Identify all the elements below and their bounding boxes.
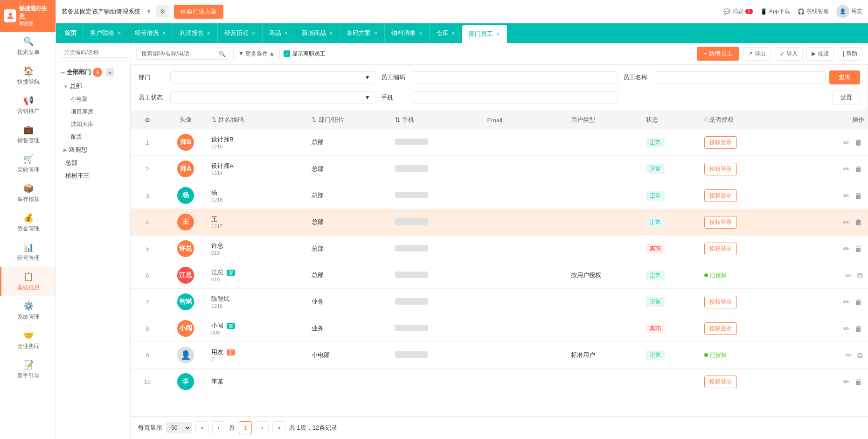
- sidebar-item-finance[interactable]: 💰 资金管理: [0, 208, 56, 237]
- sidebar-item-system[interactable]: ⚙️ 系统管理: [0, 296, 56, 326]
- sidebar-item-purchase[interactable]: 🛒 采购管理: [0, 149, 56, 179]
- delete-button[interactable]: 🗑: [853, 324, 864, 334]
- last-page-button[interactable]: »: [272, 421, 285, 434]
- tab-employees-close[interactable]: ✕: [496, 31, 500, 37]
- delete-button[interactable]: 🗑: [853, 217, 864, 227]
- export-button[interactable]: ↗ 导出: [743, 47, 771, 61]
- auth-login-button[interactable]: 授权登录: [704, 136, 737, 149]
- tab-history[interactable]: 经营历程 ✕: [218, 23, 263, 43]
- gear-button[interactable]: ⚙: [156, 5, 169, 18]
- tab-bom[interactable]: 物料清单 ✕: [385, 23, 430, 43]
- dept-shenyang[interactable]: 沈阳大库: [60, 118, 130, 131]
- auth-login-button[interactable]: 授权登录: [704, 243, 737, 255]
- dept-project[interactable]: 项目库房: [60, 105, 130, 118]
- phone-input[interactable]: [413, 91, 618, 104]
- gear-settings-icon[interactable]: ⚙: [145, 117, 150, 124]
- delete-button[interactable]: 🗑: [853, 164, 864, 174]
- tab-bom-close[interactable]: ✕: [418, 30, 423, 36]
- dept-collapse-button[interactable]: «: [106, 68, 114, 77]
- emp-name-input[interactable]: [655, 71, 826, 84]
- tab-barcode[interactable]: 条码方案 ✕: [340, 23, 385, 43]
- sidebar-item-sales[interactable]: 💼 销售管理: [0, 120, 56, 149]
- tab-barcode-close[interactable]: ✕: [374, 30, 378, 36]
- show-resigned-checkbox[interactable]: ✓ 显示离职员工: [284, 50, 326, 58]
- sidebar-item-basic[interactable]: 📋 基础信息: [0, 267, 56, 296]
- edit-button[interactable]: ✏: [841, 217, 851, 227]
- sidebar-item-marketing[interactable]: 📢 营销推广: [0, 91, 56, 120]
- dept-filter-select[interactable]: ▼: [170, 71, 375, 84]
- dept-zongbu2-header[interactable]: 总部: [60, 156, 130, 169]
- dept-zongbu-header[interactable]: ▼ 总部: [60, 80, 130, 93]
- help-button[interactable]: | 帮助: [838, 47, 862, 61]
- sidebar-item-search[interactable]: 🔍 搜索菜单: [0, 32, 56, 61]
- tab-customer[interactable]: 客户联络 ✕: [83, 23, 128, 43]
- edit-button[interactable]: ✏: [841, 244, 851, 254]
- more-conditions-button[interactable]: ▼ 更多条件 ▲: [233, 48, 280, 60]
- dept-zhishu-header[interactable]: 植树王三: [60, 169, 130, 182]
- tab-goods-close[interactable]: ✕: [284, 30, 288, 36]
- tab-warehouse-close[interactable]: ✕: [451, 30, 455, 36]
- next-page-button[interactable]: ›: [256, 421, 269, 434]
- dept-search-input[interactable]: [60, 47, 138, 58]
- emp-search-input[interactable]: [136, 48, 229, 60]
- delete-button[interactable]: 🗑: [853, 244, 864, 254]
- edit-button[interactable]: ✏: [841, 377, 851, 387]
- tab-add-goods-close[interactable]: ✕: [329, 30, 333, 36]
- copy-button[interactable]: ⧉: [855, 350, 864, 360]
- tab-customer-close[interactable]: ✕: [117, 30, 121, 36]
- dept-all-item[interactable]: ▪▪ 全部部门 6 «: [56, 65, 130, 80]
- delete-button[interactable]: 🗑: [853, 377, 864, 387]
- sidebar-item-enterprise[interactable]: 🤝 企业协同: [0, 326, 56, 355]
- tab-warehouse[interactable]: 仓库 ✕: [430, 23, 462, 43]
- tab-profit[interactable]: 利润报告 ✕: [173, 23, 218, 43]
- tab-operation-close[interactable]: ✕: [162, 30, 166, 36]
- tab-goods[interactable]: 商品 ✕: [263, 23, 295, 43]
- tab-profit-close[interactable]: ✕: [207, 30, 211, 36]
- sidebar-item-operation[interactable]: 📊 经营管理: [0, 237, 56, 267]
- delete-button[interactable]: 🗑: [853, 297, 864, 307]
- copy-button[interactable]: ⧉: [855, 271, 864, 280]
- user-menu[interactable]: 👤 用友: [836, 5, 862, 18]
- delete-button[interactable]: 🗑: [853, 138, 864, 147]
- tab-home[interactable]: 首页: [58, 23, 83, 43]
- view-button[interactable]: ▶ 视频: [806, 47, 834, 61]
- import-button[interactable]: ↙ 导入: [775, 47, 803, 61]
- trial-button[interactable]: 体验行业方案: [174, 5, 223, 19]
- emp-code-input[interactable]: [413, 71, 618, 84]
- first-page-button[interactable]: «: [195, 421, 208, 434]
- dept-peihuo[interactable]: 配货: [60, 131, 130, 143]
- tab-employees[interactable]: 部门员工 ✕: [462, 25, 507, 43]
- edit-button[interactable]: ✏: [841, 191, 851, 201]
- tab-add-goods[interactable]: 新增商品 ✕: [295, 23, 340, 43]
- edit-button[interactable]: ✏: [841, 324, 851, 334]
- system-dropdown-icon[interactable]: ▼: [146, 8, 152, 15]
- dept-xiaodian[interactable]: 小电部: [60, 93, 130, 105]
- th-phone[interactable]: ⇅ 手机: [391, 111, 483, 129]
- tab-history-close[interactable]: ✕: [251, 30, 256, 36]
- tab-operation[interactable]: 经营情况 ✕: [128, 23, 173, 43]
- edit-button[interactable]: ✏: [841, 297, 851, 307]
- add-employee-button[interactable]: + 新增员工: [697, 47, 739, 61]
- th-dept[interactable]: ⇅ 部门/职位: [308, 111, 391, 129]
- auth-login-button[interactable]: 授权登录: [704, 216, 737, 229]
- online-service-button[interactable]: 🎧 在线客服: [798, 7, 829, 15]
- auth-login-button[interactable]: 授权登录: [704, 322, 737, 335]
- per-page-select[interactable]: 50 100 200: [166, 422, 192, 433]
- edit-button[interactable]: ✏: [844, 350, 854, 360]
- dept-shuanglu-header[interactable]: ▶ 双鹿想: [60, 143, 130, 156]
- reset-button[interactable]: 设置: [832, 90, 860, 105]
- emp-search-icon[interactable]: 🔍: [218, 50, 226, 57]
- query-button[interactable]: 查询: [829, 70, 860, 84]
- prev-page-button[interactable]: ‹: [212, 421, 225, 434]
- auth-login-button[interactable]: 授权登录: [704, 189, 737, 202]
- app-download-button[interactable]: 📱 App下载: [760, 7, 790, 15]
- edit-button[interactable]: ✏: [841, 164, 851, 174]
- edit-button[interactable]: ✏: [841, 138, 851, 147]
- edit-button[interactable]: ✏: [844, 271, 854, 280]
- message-button[interactable]: 💬 消息 6: [723, 7, 753, 15]
- sidebar-item-guide[interactable]: 📝 新手引导: [0, 355, 56, 384]
- auth-login-button[interactable]: 授权登录: [704, 296, 737, 308]
- emp-status-select[interactable]: ▼: [170, 91, 375, 104]
- auth-login-button[interactable]: 授权登录: [704, 163, 737, 175]
- auth-login-button[interactable]: 授权登录: [704, 376, 737, 388]
